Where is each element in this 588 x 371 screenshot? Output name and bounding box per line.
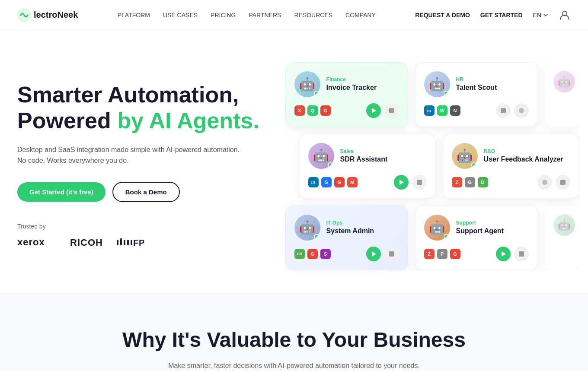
nav-company[interactable]: COMPANY: [345, 12, 376, 19]
app-icon-xero: X: [294, 105, 305, 116]
card-controls-itops: [366, 247, 399, 261]
card-top-rnd: 🤖 R&D User Feedback Analyzer: [452, 143, 570, 169]
card-controls-finance: [366, 103, 399, 118]
card-top-finance: 🤖 Finance Invoice Tracker: [294, 71, 399, 97]
pause-button-rnd[interactable]: [537, 175, 552, 190]
get-started-button[interactable]: Get Started (it's free): [17, 182, 105, 202]
app-icon-qb: Q: [307, 105, 318, 116]
app-icon-slack: S: [321, 177, 332, 187]
stop-icon-support: [519, 251, 524, 257]
pause-button-hr[interactable]: [496, 103, 511, 118]
stop-button-rnd[interactable]: [556, 175, 570, 190]
request-demo-link[interactable]: REQUEST A DEMO: [415, 12, 470, 19]
nav-resources[interactable]: RESOURCES: [294, 12, 332, 19]
stop-icon-rnd: [560, 180, 566, 185]
card-top-hr: 🤖 HR Talent Scout: [424, 71, 529, 97]
stop-icon-finance: [389, 108, 394, 113]
play-button-finance[interactable]: [366, 103, 381, 118]
stop-icon-sales: [417, 180, 422, 185]
stop-button-hr[interactable]: [514, 103, 529, 118]
agent-info-finance: Finance Invoice Tracker: [326, 76, 399, 92]
chevron-down-icon: [543, 13, 548, 18]
agent-name-support: Support Agent: [456, 227, 529, 235]
card-top-sales: 🤖 Sales SDR Assistant: [308, 143, 427, 169]
play-button-support[interactable]: [496, 247, 511, 261]
bottom-section: Why It's Valuable to Your Business Make …: [0, 293, 588, 371]
app-icon-g-sup: G: [450, 249, 460, 259]
agent-category-hr: HR: [456, 76, 529, 82]
card-bottom-hr: in W N: [424, 103, 529, 118]
hero-buttons: Get Started (it's free) Book a Demo: [17, 182, 259, 202]
agent-name-itops: System Admin: [326, 227, 399, 235]
app-icons-itops: Cit G S: [294, 249, 331, 259]
agent-card-rnd: 🤖 R&D User Feedback Analyzer Z G D: [443, 134, 579, 199]
avatar-itops: 🤖: [294, 215, 320, 241]
agent-name-finance: Invoice Tracker: [326, 84, 399, 92]
xerox-logo: xerox: [17, 236, 56, 250]
cards-row-2: 🤖 Sales SDR Assistant in S G M: [299, 134, 579, 199]
agent-info-hr: HR Talent Scout: [456, 76, 529, 92]
agent-card-sales: 🤖 Sales SDR Assistant in S G M: [299, 134, 436, 199]
stop-button-sales[interactable]: [412, 175, 427, 190]
logo[interactable]: lectroNeek: [17, 8, 78, 22]
circle-icon-rnd: [542, 180, 547, 185]
avatar-partial-1: 🤖: [553, 71, 575, 92]
hero-cards: 🤖 Finance Invoice Tracker X Q G: [285, 62, 579, 270]
status-dot-hr: [444, 91, 449, 96]
app-icon-citrix: Cit: [294, 249, 305, 259]
agent-category-sales: Sales: [340, 148, 427, 154]
nav-pricing[interactable]: PRICING: [211, 12, 236, 19]
stop-icon-itops: [389, 251, 394, 257]
agent-card-finance: 🤖 Finance Invoice Tracker X Q G: [285, 62, 408, 127]
agent-name-hr: Talent Scout: [456, 84, 529, 92]
circle-icon-hr: [519, 108, 524, 113]
user-icon[interactable]: [559, 9, 571, 21]
card-controls-hr: [496, 103, 529, 118]
trusted-label: Trusted by: [17, 223, 259, 230]
card-controls-rnd: [537, 175, 570, 190]
card-controls-support: [496, 247, 529, 261]
status-dot-rnd: [471, 162, 476, 168]
app-icon-google-s: G: [334, 177, 345, 187]
avatar-sales: 🤖: [308, 143, 334, 169]
agent-name-sales: SDR Assistant: [340, 155, 427, 163]
agent-category-finance: Finance: [326, 76, 399, 82]
svg-marker-10: [399, 180, 404, 185]
agent-card-partial-3: 🤖: [545, 206, 579, 270]
language-selector[interactable]: EN: [533, 12, 548, 19]
agent-card-support: 🤖 Support Support Agent Z P G: [415, 206, 538, 270]
app-icons-rnd: Z G D: [452, 177, 488, 187]
stop-button-support[interactable]: [514, 247, 529, 261]
app-icon-gmail: G: [320, 105, 331, 116]
nav-links: PLATFORM USE CASES PRICING PARTNERS RESO…: [118, 12, 376, 19]
svg-marker-11: [372, 251, 376, 257]
cards-row-3: 🤖 IT Ops System Admin Cit G S: [285, 206, 579, 270]
play-button-sales[interactable]: [394, 175, 409, 190]
avatar-finance: 🤖: [294, 71, 320, 97]
app-icon-google-it: G: [307, 249, 318, 259]
bottom-subtext: Make smarter, faster decisions with AI-p…: [164, 360, 424, 371]
avatar-hr: 🤖: [424, 71, 450, 97]
agent-card-hr: 🤖 HR Talent Scout in W N: [415, 62, 538, 127]
nav-platform[interactable]: PLATFORM: [118, 12, 150, 19]
svg-rect-6: [124, 240, 125, 245]
status-dot-support: [444, 234, 449, 239]
avatar-support: 🤖: [424, 215, 450, 241]
trusted-logos: xerox RICOH FP: [17, 236, 259, 250]
hero-section: Smarter Automation, Powered by AI Agents…: [0, 30, 588, 293]
app-icons-support: Z P G: [424, 249, 460, 259]
agent-category-itops: IT Ops: [326, 220, 399, 226]
get-started-link[interactable]: GET STARTED: [480, 12, 523, 19]
svg-point-1: [20, 14, 22, 16]
nav-use-cases[interactable]: USE CASES: [163, 12, 198, 19]
status-dot-sales: [328, 162, 333, 168]
stop-button-finance[interactable]: [384, 103, 399, 118]
stop-button-itops[interactable]: [384, 247, 399, 261]
app-icons-sales: in S G M: [308, 177, 358, 187]
app-icon-p-sup: P: [437, 249, 447, 259]
play-button-itops[interactable]: [366, 247, 381, 261]
svg-rect-8: [131, 240, 132, 245]
book-demo-button[interactable]: Book a Demo: [112, 182, 180, 202]
nav-partners[interactable]: PARTNERS: [249, 12, 281, 19]
stop-icon-hr: [501, 108, 506, 113]
